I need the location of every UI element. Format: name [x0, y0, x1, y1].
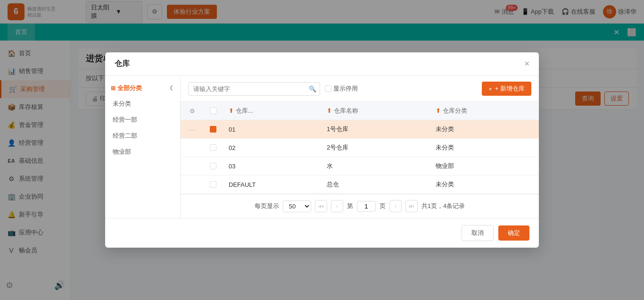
sort-icon: ⬆: [229, 107, 234, 114]
data-table: ⚙ ⬆ 仓库...: [181, 102, 539, 194]
row-category: 物业部: [430, 157, 539, 175]
row-name: 2号仓库: [321, 139, 430, 157]
cancel-button[interactable]: 取消: [462, 225, 494, 241]
row-gear-cell: [181, 175, 204, 194]
col-header-checkbox[interactable]: [204, 102, 223, 120]
row-checkbox-cell[interactable]: [204, 139, 223, 157]
row-checkbox[interactable]: [210, 181, 216, 188]
row-name: 1号仓库: [321, 120, 430, 139]
show-disabled-checkbox[interactable]: 显示停用: [325, 84, 358, 93]
table-body: ··· 01 1号仓库 未分类 02 2号仓库 未分类: [181, 120, 539, 194]
category-item-dept2[interactable]: 经营二部: [105, 128, 180, 144]
main-layout: 🏠 首页 📊 销售管理 🛒 采购管理 📦 库存核算 💰 资金管理 👤 经营管理 …: [0, 41, 644, 300]
row-checkbox[interactable]: [210, 126, 216, 133]
row-code: 02: [223, 139, 321, 157]
page-number-input[interactable]: [357, 201, 376, 212]
page-last-button[interactable]: ⏭: [405, 200, 418, 212]
col-header-name: ⬆ 仓库名称: [321, 102, 430, 120]
sort-icon-cat: ⬆: [436, 107, 441, 114]
table-row[interactable]: 02 2号仓库 未分类: [181, 139, 539, 157]
grid-icon: ⊞: [111, 85, 116, 92]
confirm-button[interactable]: 确定: [498, 225, 529, 241]
col-header-gear: ⚙: [181, 102, 204, 120]
warehouse-modal: 仓库 × ⊞ 全部分类 《 未分类: [105, 52, 539, 248]
row-name: 总仓: [321, 175, 430, 194]
category-panel: ⊞ 全部分类 《 未分类 经营一部 经营二部 物业部: [105, 76, 181, 218]
row-code: 03: [223, 157, 321, 175]
table-toolbar: 🔍 显示停用 + + 新增仓库: [181, 76, 539, 102]
gear-header-icon: ⚙: [190, 108, 195, 115]
row-category: 未分类: [430, 139, 539, 157]
search-icon[interactable]: 🔍: [309, 85, 316, 92]
modal-header: 仓库 ×: [105, 52, 539, 76]
table-row[interactable]: ··· 01 1号仓库 未分类: [181, 120, 539, 139]
content-area: 进货单 按以下 🖨 印 ↓ 导出 ↻ 刷新 查询 设置: [71, 41, 644, 300]
category-item-property[interactable]: 物业部: [105, 144, 180, 160]
col-header-category: ⬆ 仓库分类: [430, 102, 539, 120]
category-item-unclassified[interactable]: 未分类: [105, 96, 180, 112]
sort-icon-name: ⬆: [327, 107, 332, 114]
row-name: 水: [321, 157, 430, 175]
table-row[interactable]: 03 水 物业部: [181, 157, 539, 175]
new-warehouse-button[interactable]: + + 新增仓库: [482, 82, 531, 96]
page-next-button[interactable]: ›: [389, 200, 402, 212]
modal-overlay: 仓库 × ⊞ 全部分类 《 未分类: [0, 0, 644, 300]
select-all-checkbox[interactable]: [210, 108, 216, 114]
table-panel: 🔍 显示停用 + + 新增仓库: [181, 76, 539, 218]
page-size-select[interactable]: 50 100 200: [283, 200, 311, 212]
row-code: DEFAULT: [223, 175, 321, 194]
more-icon[interactable]: ···: [189, 126, 197, 133]
category-header[interactable]: ⊞ 全部分类 《: [105, 81, 180, 96]
row-checkbox-cell[interactable]: [204, 157, 223, 175]
plus-icon: +: [488, 85, 492, 92]
table-row[interactable]: DEFAULT 总仓 未分类: [181, 175, 539, 194]
modal-footer: 取消 确定: [105, 218, 539, 248]
row-category: 未分类: [430, 175, 539, 194]
row-checkbox-cell[interactable]: [204, 175, 223, 194]
row-gear-cell: [181, 157, 204, 175]
row-checkbox[interactable]: [210, 144, 216, 151]
table-header: ⚙ ⬆ 仓库...: [181, 102, 539, 120]
search-wrap: 🔍: [188, 82, 320, 96]
modal-close-icon[interactable]: ×: [524, 59, 529, 69]
category-item-dept1[interactable]: 经营一部: [105, 112, 180, 128]
page-first-button[interactable]: ⏮: [315, 200, 327, 212]
warehouse-table: ⚙ ⬆ 仓库...: [181, 102, 539, 194]
pagination-bar: 每页显示 50 100 200 ⏮ ‹ 第 页 ›: [181, 194, 539, 218]
modal-body: ⊞ 全部分类 《 未分类 经营一部 经营二部 物业部: [105, 76, 539, 218]
row-gear-cell: [181, 139, 204, 157]
row-category: 未分类: [430, 120, 539, 139]
row-checkbox[interactable]: [210, 163, 216, 169]
page-prev-button[interactable]: ‹: [331, 200, 343, 212]
row-gear-cell: ···: [181, 120, 204, 139]
modal-title: 仓库: [115, 59, 130, 69]
search-input[interactable]: [188, 82, 320, 96]
row-code: 01: [223, 120, 321, 139]
col-header-code: ⬆ 仓库...: [223, 102, 321, 120]
disabled-checkbox-input[interactable]: [325, 85, 331, 92]
collapse-icon[interactable]: 《: [165, 83, 174, 93]
row-checkbox-cell[interactable]: [204, 120, 223, 139]
